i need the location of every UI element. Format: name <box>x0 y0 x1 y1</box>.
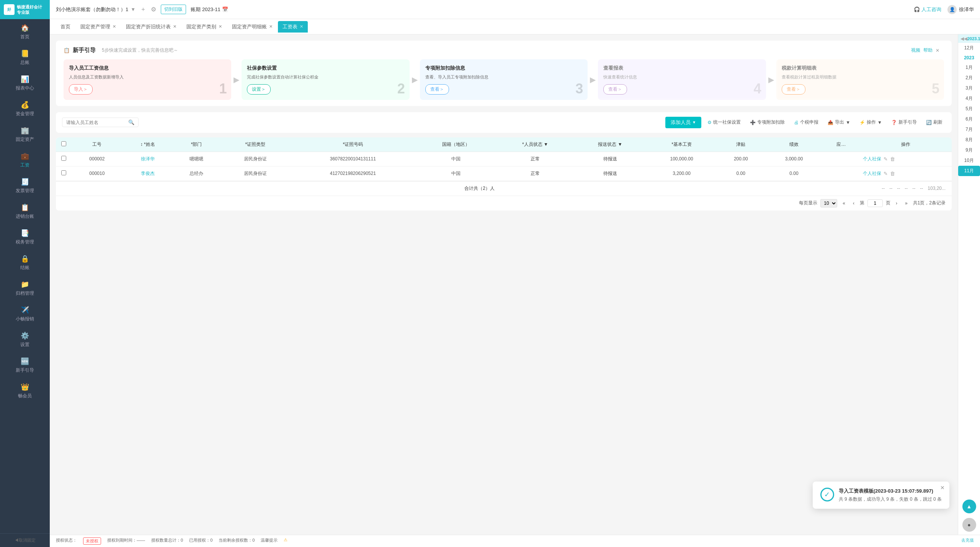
wizard-step3-btn[interactable]: 查看＞ <box>425 84 449 95</box>
cell-action[interactable]: 个人社保 ✎ 🗑 <box>860 152 952 166</box>
prev-page-btn[interactable]: ‹ <box>851 200 857 207</box>
sidebar-unpin[interactable]: ◀取消固定 <box>0 533 50 547</box>
employee-name-link[interactable]: 徐泽华 <box>141 156 155 162</box>
next-page-btn[interactable]: › <box>893 200 900 207</box>
wizard-step4-btn[interactable]: 查看＞ <box>603 84 627 95</box>
panel-up-btn[interactable]: ▲ <box>962 500 976 513</box>
page-input[interactable] <box>867 199 883 207</box>
cell-action[interactable]: 个人社保 ✎ 🗑 <box>860 166 952 181</box>
header-settings-btn[interactable]: ⚙ <box>151 6 156 13</box>
wizard-close-btn[interactable]: ✕ <box>936 48 939 53</box>
month-item-7[interactable]: 7月 <box>958 124 980 135</box>
delete-icon[interactable]: 🗑 <box>890 171 895 176</box>
cell-name[interactable]: 李俊杰 <box>123 166 173 181</box>
sidebar-item-payroll[interactable]: 💼 工资 <box>0 147 50 173</box>
tab-home[interactable]: 首页 <box>56 21 75 33</box>
month-item-10[interactable]: 10月 <box>958 155 980 166</box>
export-btn[interactable]: 📤 导出 ▼ <box>825 118 853 127</box>
sidebar-item-tax[interactable]: 📑 税务管理 <box>0 224 50 250</box>
recharge-btn[interactable]: 去充值 <box>961 537 974 545</box>
row-checkbox[interactable] <box>61 156 66 161</box>
month-item-8[interactable]: 8月 <box>958 135 980 145</box>
tab-close-depreciation[interactable]: ✕ <box>173 24 176 29</box>
last-page-btn[interactable]: » <box>903 200 910 207</box>
toast-close-btn[interactable]: ✕ <box>940 485 945 491</box>
month-item-3[interactable]: 3月 <box>958 83 980 93</box>
sidebar-item-invoices[interactable]: 🧾 发票管理 <box>0 173 50 199</box>
deduction-btn[interactable]: ➕ 专项附加扣除 <box>747 118 788 127</box>
tab-close-fixed-asset[interactable]: ✕ <box>113 24 116 29</box>
search-icon[interactable]: 🔍 <box>128 119 134 125</box>
tab-close-category[interactable]: ✕ <box>219 24 222 29</box>
tab-depreciation[interactable]: 固定资产折旧统计表 ✕ <box>121 21 181 33</box>
video-link[interactable]: 视频 <box>911 47 920 54</box>
month-item-1[interactable]: 1月 <box>958 62 980 73</box>
edit-icon[interactable]: ✎ <box>884 171 888 176</box>
tab-close-payroll[interactable]: ✕ <box>300 24 303 29</box>
personal-insurance-btn[interactable]: 个人社保 <box>863 156 881 162</box>
sidebar-item-sales[interactable]: 📋 进销台账 <box>0 199 50 224</box>
cell-name[interactable]: 徐泽华 <box>123 152 173 166</box>
add-account-btn[interactable]: ＋ <box>140 5 146 13</box>
sidebar-item-close[interactable]: 🔒 结账 <box>0 250 50 276</box>
switch-version-btn[interactable]: 切到旧版 <box>161 5 186 14</box>
help-link[interactable]: 帮助 <box>923 47 933 54</box>
refresh-btn[interactable]: 🔄 刷新 <box>923 118 946 127</box>
tab-category[interactable]: 固定资产类别 ✕ <box>182 21 227 33</box>
page-main: 📋 新手引导 5步快速完成设置，快去完善信息吧～ 视频 帮助 ✕ 导入员工工资信… <box>50 34 958 535</box>
month-item-2[interactable]: 2月 <box>958 73 980 83</box>
edit-icon[interactable]: ✎ <box>884 156 888 162</box>
tab-payroll[interactable]: 工资表 ✕ <box>278 21 308 33</box>
select-all-cell[interactable] <box>56 137 71 152</box>
sidebar-item-home[interactable]: 🏠 首页 <box>0 19 50 45</box>
panel-collapse-icon[interactable]: ◀◀ <box>960 36 967 41</box>
sidebar-item-reports[interactable]: 📊 报表中心 <box>0 70 50 96</box>
col-report-status[interactable]: 报送状态 ▼ <box>574 137 647 152</box>
report-status-filter-icon[interactable]: ▼ <box>618 142 622 147</box>
sidebar-item-settings[interactable]: ⚙️ 设置 <box>0 327 50 353</box>
social-insurance-btn[interactable]: ⚙ 统一社保设置 <box>704 118 744 127</box>
sidebar-item-funds[interactable]: 💰 资金管理 <box>0 96 50 122</box>
sidebar-item-ledger[interactable]: 📒 总账 <box>0 45 50 70</box>
sidebar-item-wizard[interactable]: 🆕 新手引导 <box>0 353 50 378</box>
month-item-prev-12[interactable]: 12月 <box>958 43 980 53</box>
sidebar-item-archive[interactable]: 📁 归档管理 <box>0 276 50 301</box>
row-checkbox-cell[interactable] <box>56 152 71 166</box>
wizard-step1-btn[interactable]: 导入＞ <box>69 84 93 95</box>
month-item-11[interactable]: 11月 <box>958 166 980 176</box>
tab-detail[interactable]: 固定资产明细账 ✕ <box>227 21 277 33</box>
first-page-btn[interactable]: « <box>840 200 848 207</box>
tab-close-detail[interactable]: ✕ <box>269 24 273 29</box>
employee-name-link[interactable]: 李俊杰 <box>141 171 155 176</box>
operate-icon: ⚡ <box>859 120 865 125</box>
delete-icon[interactable]: 🗑 <box>890 156 895 162</box>
calendar-icon[interactable]: 📅 <box>222 7 228 12</box>
user-info[interactable]: 👤 徐泽华 <box>947 5 974 14</box>
wizard-step2-btn[interactable]: 设置＞ <box>247 84 271 95</box>
month-item-5[interactable]: 5月 <box>958 104 980 114</box>
row-checkbox-cell[interactable] <box>56 166 71 181</box>
tax-declare-btn[interactable]: 🖨 个税申报 <box>791 118 822 127</box>
select-all-checkbox[interactable] <box>61 141 66 146</box>
account-dropdown-icon[interactable]: ▼ <box>131 7 136 12</box>
add-employee-btn[interactable]: 添加人员 ▼ <box>665 117 701 128</box>
month-item-9[interactable]: 9月 <box>958 145 980 155</box>
panel-down-btn[interactable]: ● <box>962 518 976 532</box>
col-name[interactable]: ↕ *姓名 <box>123 137 173 152</box>
search-input[interactable] <box>66 120 126 125</box>
per-page-select[interactable]: 10 20 50 <box>820 199 837 207</box>
row-checkbox[interactable] <box>61 170 66 175</box>
sidebar-item-member[interactable]: 👑 畅会员 <box>0 378 50 404</box>
wizard-step5-btn[interactable]: 查看＞ <box>782 84 805 95</box>
col-status[interactable]: *人员状态 ▼ <box>497 137 574 152</box>
sidebar-item-fixed-assets[interactable]: 🏢 固定资产 <box>0 122 50 147</box>
personal-insurance-btn[interactable]: 个人社保 <box>863 170 881 177</box>
tab-fixed-asset[interactable]: 固定资产管理 ✕ <box>76 21 121 33</box>
operate-btn[interactable]: ⚡ 操作 ▼ <box>856 118 885 127</box>
status-filter-icon[interactable]: ▼ <box>544 142 548 147</box>
ai-consult-btn[interactable]: 🎧 人工咨询 <box>914 6 941 13</box>
month-item-4[interactable]: 4月 <box>958 93 980 104</box>
sidebar-item-expenses[interactable]: ✈️ 小畅报销 <box>0 301 50 327</box>
month-item-6[interactable]: 6月 <box>958 114 980 124</box>
new-wizard-btn[interactable]: ❓ 新手引导 <box>888 118 920 127</box>
